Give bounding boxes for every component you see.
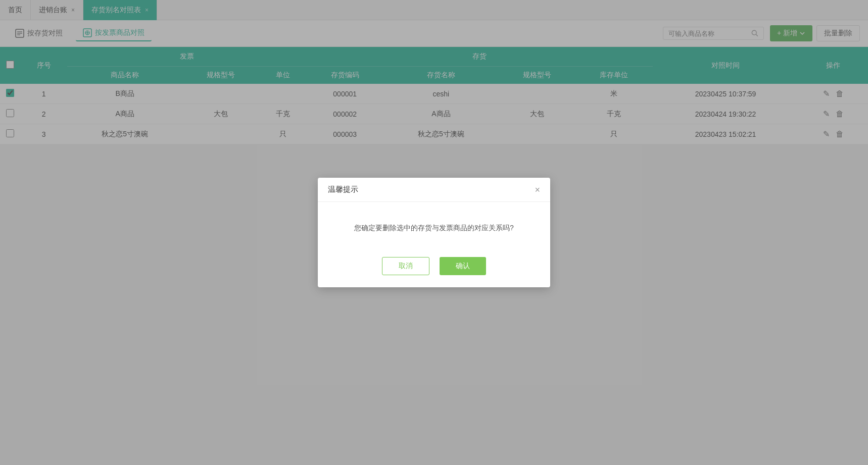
modal-overlay: 温馨提示 × 您确定要删除选中的存货与发票商品的对应关系吗? 取消 确认 <box>0 0 868 144</box>
